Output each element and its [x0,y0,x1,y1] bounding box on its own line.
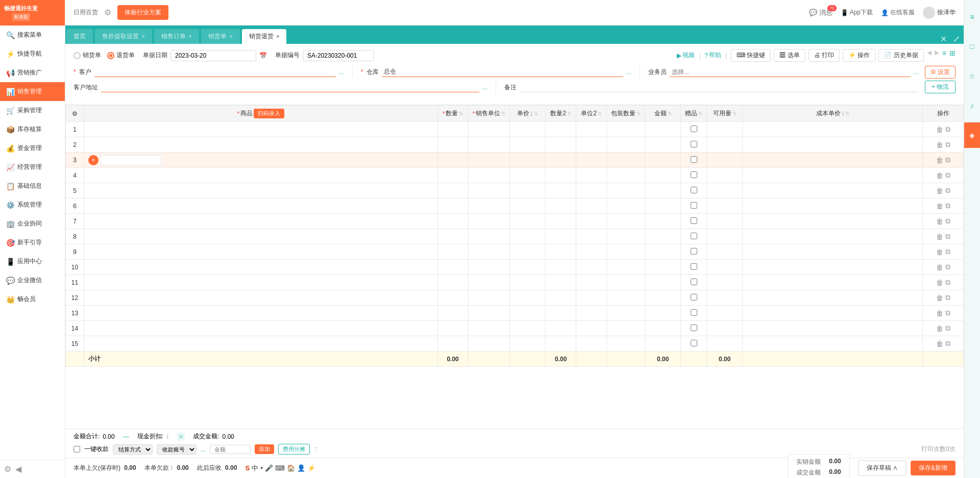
amount-cell-4[interactable] [645,168,681,183]
add-btn[interactable]: 添加 [255,444,274,454]
tab-sale-order-close[interactable]: × [189,34,192,39]
available-cell-8[interactable] [707,229,743,244]
unit-price-info-icon[interactable]: ℹ [530,110,533,117]
qty-cell-5[interactable] [437,183,468,198]
sale-unit-sort-icon[interactable]: ⇅ [501,111,505,116]
right-panel-item-1[interactable]: ≡ [966,4,978,30]
customer-input[interactable] [94,67,336,77]
gift-checkbox-3[interactable] [691,156,697,163]
gift-checkbox-4[interactable] [691,171,697,178]
gift-cell-6[interactable] [681,198,707,214]
available-cell-4[interactable] [707,168,743,183]
gift-checkbox-10[interactable] [691,263,697,270]
radio-delivery[interactable]: 销货单 [74,51,101,60]
gift-checkbox-15[interactable] [691,340,697,346]
sidebar-item-wechat[interactable]: 💬 企业微信 [0,271,65,290]
address-input[interactable] [101,83,479,92]
available-cell-2[interactable] [707,137,743,153]
status-icon-2[interactable]: 中 [252,464,258,473]
print-btn[interactable]: 🖨 打印 [808,49,840,62]
cost-price-cell-11[interactable] [743,275,923,290]
unit2-cell-12[interactable] [576,290,607,306]
amount-cell-15[interactable] [645,336,681,351]
unit2-cell-1[interactable] [576,122,607,137]
unit-price-cell-14[interactable] [510,321,546,336]
warehouse-input[interactable] [382,67,623,77]
tab-sale-delivery-close[interactable]: × [230,34,233,39]
sidebar-collapse-btn[interactable]: ◀ [15,464,21,474]
help-btn[interactable]: ? 帮助 [704,51,721,60]
sidebar-item-search[interactable]: 🔍 搜索菜单 [0,26,65,44]
product-cell-7[interactable] [84,214,438,229]
pack-qty-cell-13[interactable] [607,306,645,321]
sidebar-item-inventory[interactable]: 📦 库存核算 [0,120,65,139]
tab-sale-return-close[interactable]: × [277,34,280,39]
gift-checkbox-9[interactable] [691,248,697,255]
unit2-cell-6[interactable] [576,198,607,214]
qty2-cell-11[interactable] [546,275,576,290]
pack-qty-cell-8[interactable] [607,229,645,244]
delete-icon-5[interactable]: 🗑 [936,187,943,195]
sale-unit-cell-10[interactable] [468,260,510,275]
tab-sale-order[interactable]: 销售订单 × [154,29,199,44]
sale-unit-cell-12[interactable] [468,290,510,306]
available-cell-5[interactable] [707,183,743,198]
delete-icon-2[interactable]: 🗑 [936,141,943,149]
copy-icon-2[interactable]: ⧉ [945,140,950,149]
copy-icon-11[interactable]: ⧉ [945,278,950,287]
unit-price-cell-7[interactable] [510,214,546,229]
pack-qty-cell-7[interactable] [607,214,645,229]
qty-sort-icon[interactable]: ⇅ [459,111,463,116]
copy-icon-5[interactable]: ⧉ [945,186,950,195]
qty2-cell-10[interactable] [546,260,576,275]
unit2-cell-10[interactable] [576,260,607,275]
amount-cell-9[interactable] [645,244,681,260]
pack-qty-cell-11[interactable] [607,275,645,290]
copy-icon-6[interactable]: ⧉ [945,202,950,210]
cost-price-cell-10[interactable] [743,260,923,275]
sale-unit-cell-8[interactable] [468,229,510,244]
delete-icon-9[interactable]: 🗑 [936,248,943,256]
pack-qty-cell-1[interactable] [607,122,645,137]
gift-checkbox-12[interactable] [691,294,697,300]
warehouse-dots[interactable]: ... [626,68,631,76]
gift-checkbox-7[interactable] [691,217,697,224]
status-icon-4[interactable]: 🎤 [265,464,273,472]
available-sort-icon[interactable]: ⇅ [732,111,737,116]
sidebar-settings-btn[interactable]: ⚙ [4,464,11,474]
pack-qty-cell-3[interactable] [607,153,645,168]
delete-icon-1[interactable]: 🗑 [936,125,943,134]
one-click-payment-checkbox[interactable] [74,446,80,452]
unit-price-cell-5[interactable] [510,183,546,198]
available-cell-11[interactable] [707,275,743,290]
cost-price-cell-13[interactable] [743,306,923,321]
unit-price-cell-10[interactable] [510,260,546,275]
amount-cell-14[interactable] [645,321,681,336]
sale-unit-cell-1[interactable] [468,122,510,137]
cost-price-cell-12[interactable] [743,290,923,306]
delete-icon-14[interactable]: 🗑 [936,324,943,333]
qty2-cell-13[interactable] [546,306,576,321]
qty2-cell-7[interactable] [546,214,576,229]
qty2-cell-15[interactable] [546,336,576,351]
amount-cell-10[interactable] [645,260,681,275]
customer-dots[interactable]: ... [339,68,344,76]
delete-icon-11[interactable]: 🗑 [936,279,943,287]
product-cell-5[interactable] [84,183,438,198]
gift-checkbox-8[interactable] [691,233,697,239]
qty2-cell-3[interactable] [546,153,576,168]
qty2-cell-8[interactable] [546,229,576,244]
amount-cell-3[interactable] [645,153,681,168]
delete-icon-10[interactable]: 🗑 [936,263,943,271]
gift-cell-14[interactable] [681,321,707,336]
copy-icon-15[interactable]: ⧉ [945,339,950,348]
gift-cell-13[interactable] [681,306,707,321]
video-btn[interactable]: ▶ 视频 [677,51,695,60]
gift-cell-7[interactable] [681,214,707,229]
available-cell-1[interactable] [707,122,743,137]
sidebar-item-guide[interactable]: 🎯 新手引导 [0,233,65,252]
amount-cell-11[interactable] [645,275,681,290]
cost-price-cell-5[interactable] [743,183,923,198]
prev-btn[interactable]: ◀ [927,49,932,62]
close-tab-btn[interactable]: ✕ [938,34,949,44]
